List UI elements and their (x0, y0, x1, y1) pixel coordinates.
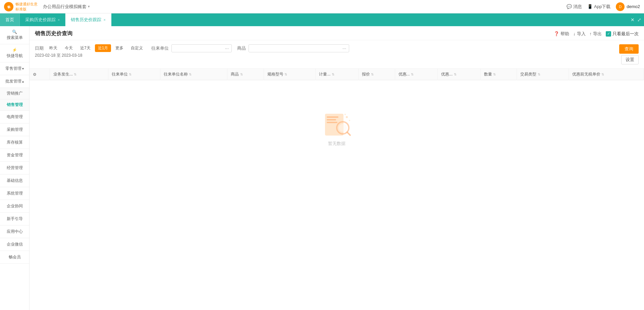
date-options: 昨天 今天 近7天 近1月 更多 自定义 (46, 44, 146, 52)
svg-rect-5 (327, 122, 337, 123)
only-last-checkbox[interactable]: ✓ 只看最后一次 (606, 31, 639, 37)
sidebar-item-purchase[interactable]: 采购管理 (0, 123, 29, 136)
date-btn-custom[interactable]: 自定义 (128, 44, 146, 52)
tab-purchase-history[interactable]: 采购历史价跟踪 × (20, 13, 65, 26)
partner-input[interactable]: ··· (171, 44, 232, 52)
sidebar-item-sales-mgmt[interactable]: 销售管理 (0, 99, 29, 111)
export-button[interactable]: ↑ 导出 (590, 31, 602, 37)
sidebar-item-quick-nav-label: 快捷导航 (7, 53, 23, 59)
col-qty[interactable]: 数量 ⇅ (480, 69, 517, 80)
tab-purchase-history-close[interactable]: × (58, 18, 60, 22)
sort-biz-date-icon: ⇅ (74, 72, 76, 76)
sidebar-item-marketing[interactable]: 营销推广 (0, 88, 29, 99)
col-discount1[interactable]: 优惠... ⇅ (395, 69, 438, 80)
user-menu[interactable]: D demo2 (616, 2, 640, 11)
app-download-button[interactable]: 📱 App下载 (587, 4, 610, 10)
app-title-area[interactable]: 办公用品行业模拟账套 ▾ (43, 4, 90, 10)
col-trade-type[interactable]: 交易类型 ⇅ (517, 69, 569, 80)
avatar: D (616, 2, 625, 11)
sidebar-item-search[interactable]: 🔍 搜索菜单 (0, 26, 29, 44)
import-icon: ↓ (573, 31, 576, 36)
product-input[interactable]: ··· (249, 44, 349, 52)
sidebar-item-enterprise[interactable]: 企业协同 (0, 200, 29, 213)
close-window-button[interactable]: ✕ (631, 17, 635, 22)
header-left: 畅 畅捷通好生意 标准版 办公用品行业模拟账套 ▾ (4, 2, 90, 11)
col-discount2[interactable]: 优惠... ⇅ (438, 69, 481, 80)
partner-filter-label: 往来单位 (151, 45, 169, 51)
col-biz-date[interactable]: 业务发生... ⇅ (50, 69, 108, 80)
sidebar-item-wechat[interactable]: 企业微信 (0, 238, 29, 251)
sidebar-item-system[interactable]: 系统管理 (0, 187, 29, 200)
date-btn-more[interactable]: 更多 (112, 44, 126, 52)
checkbox-checked-icon: ✓ (606, 31, 611, 37)
filter-area: 日期 昨天 今天 近7天 近1月 更多 自定义 2023-02-18 至 202… (30, 40, 644, 69)
sidebar: 🔍 搜索菜单 ⚡ 快捷导航 零售管理 ▾ 批发管理 ▴ 营销推广 销售管理 电商… (0, 26, 30, 310)
partner-input-placeholder (174, 46, 225, 51)
tab-home[interactable]: 首页 (0, 13, 20, 26)
date-btn-today[interactable]: 今天 (62, 44, 76, 52)
export-icon: ↑ (590, 31, 592, 36)
empty-text: 暂无数据 (328, 141, 345, 147)
sidebar-item-retail[interactable]: 零售管理 ▾ (0, 62, 29, 75)
settings-button[interactable]: 设置 (621, 55, 639, 64)
sidebar-item-basic-info[interactable]: 基础信息 (0, 174, 29, 187)
app-title-dropdown-icon: ▾ (88, 4, 90, 9)
sidebar-item-member[interactable]: 畅会员 (0, 251, 29, 264)
sidebar-item-operations-label: 经营管理 (7, 165, 23, 171)
search-icon: 🔍 (12, 30, 17, 34)
col-spec[interactable]: 规格型号 ⇅ (264, 69, 316, 80)
sidebar-item-guide[interactable]: 新手引导 (0, 213, 29, 225)
sidebar-item-app-center[interactable]: 应用中心 (0, 225, 29, 238)
query-button[interactable]: 查询 (619, 44, 639, 54)
svg-text:畅: 畅 (7, 5, 10, 9)
maximize-window-button[interactable]: ⤢ (637, 17, 641, 22)
svg-point-9 (346, 116, 348, 118)
col-partner-name[interactable]: 往来单位名称 ⇅ (160, 69, 227, 80)
page-actions: ❓ 帮助 ↓ 导入 ↑ 导出 ✓ 只看最后一次 (554, 31, 639, 37)
import-button[interactable]: ↓ 导入 (573, 31, 586, 37)
sidebar-item-inventory-label: 库存核算 (7, 140, 23, 145)
sidebar-item-quick-nav[interactable]: ⚡ 快捷导航 (0, 44, 29, 62)
col-quote-label: 报价 (362, 72, 370, 76)
message-icon: 💬 (567, 4, 572, 9)
sidebar-item-inventory[interactable]: 库存核算 (0, 136, 29, 149)
col-pre-tax-price[interactable]: 优惠前无税单价 ⇅ (569, 69, 644, 80)
product-filter-label: 商品 (237, 45, 246, 51)
table-container: ⚙ 业务发生... ⇅ 往来单位 ⇅ 往来单位名称 ⇅ (30, 69, 644, 80)
sidebar-item-finance-label: 资金管理 (7, 152, 23, 158)
tab-sales-history-close[interactable]: × (103, 18, 105, 22)
col-unit[interactable]: 计量... ⇅ (316, 69, 359, 80)
date-btn-yesterday[interactable]: 昨天 (46, 44, 60, 52)
message-button[interactable]: 💬 消息 (567, 4, 582, 10)
sort-partner-name-icon: ⇅ (189, 72, 192, 76)
column-settings-button[interactable]: ⚙ (30, 69, 50, 80)
partner-input-icon: ··· (225, 46, 229, 51)
logo-icon: 畅 (4, 2, 13, 11)
sidebar-item-wechat-label: 企业微信 (7, 242, 23, 247)
sort-trade-type-icon: ⇅ (538, 72, 540, 76)
sidebar-item-operations[interactable]: 经营管理 (0, 162, 29, 174)
tab-sales-history[interactable]: 销售历史价跟踪 × (65, 13, 111, 26)
user-name: demo2 (627, 4, 640, 9)
tab-bar: 首页 采购历史价跟踪 × 销售历史价跟踪 × ✕ ⤢ (0, 13, 644, 26)
sidebar-item-ecommerce[interactable]: 电商管理 (0, 111, 29, 123)
col-spec-label: 规格型号 (267, 72, 283, 76)
empty-state: 暂无数据 (30, 80, 644, 173)
date-filter-group: 日期 昨天 今天 近7天 近1月 更多 自定义 2023-02-18 至 202… (35, 44, 146, 58)
sort-spec-icon: ⇅ (284, 72, 287, 76)
svg-point-7 (339, 124, 347, 132)
date-btn-1month[interactable]: 近1月 (95, 44, 111, 52)
svg-point-11 (344, 114, 346, 115)
page-header: 销售历史价查询 ❓ 帮助 ↓ 导入 ↑ 导出 ✓ (30, 26, 644, 40)
col-product[interactable]: 商品 ⇅ (227, 69, 264, 80)
svg-line-8 (347, 132, 350, 135)
help-button[interactable]: ❓ 帮助 (554, 31, 569, 37)
col-quote[interactable]: 报价 ⇅ (359, 69, 395, 80)
sidebar-item-wholesale[interactable]: 批发管理 ▴ (0, 75, 29, 88)
sidebar-item-guide-label: 新手引导 (7, 216, 23, 222)
col-partner-code[interactable]: 往来单位 ⇅ (108, 69, 160, 80)
page-container: 销售历史价查询 ❓ 帮助 ↓ 导入 ↑ 导出 ✓ (30, 26, 644, 310)
tab-home-label: 首页 (5, 17, 14, 23)
sidebar-item-finance[interactable]: 资金管理 (0, 149, 29, 162)
date-btn-7days[interactable]: 近7天 (77, 44, 94, 52)
